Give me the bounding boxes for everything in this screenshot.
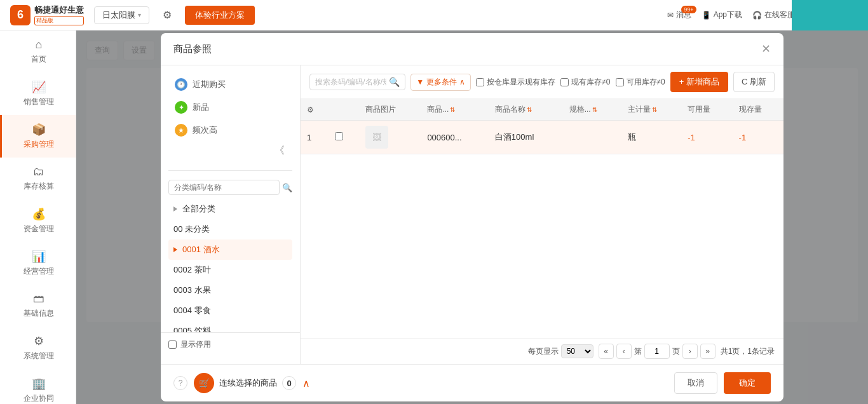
row-checkbox[interactable] [335, 132, 343, 140]
new-products[interactable]: ✦ 新品 [168, 96, 292, 119]
show-disabled-checkbox[interactable] [168, 340, 177, 349]
modal-footer: ? 🛒 连续选择的商品 0 ∧ 取消 确定 [161, 364, 783, 401]
sidebar-item-basic[interactable]: 🗃 基础信息 [0, 285, 76, 327]
modal-right-panel: 🔍 ▼ 更多条件 ∧ 按仓库显示现有库存 [301, 65, 783, 364]
search-icon[interactable]: 🔍 [389, 77, 400, 87]
expand-icon-0001 [173, 247, 177, 252]
col-settings[interactable]: ⚙ [301, 99, 329, 121]
cart-area: 🛒 连续选择的商品 0 [194, 373, 296, 393]
sidebar-item-sales[interactable]: 📈 销售管理 [0, 72, 76, 115]
quick-nav: 🕐 近期购买 ✦ 新品 ★ 频次高 [161, 73, 300, 142]
sidebar-item-finance[interactable]: 💰 资金管理 [0, 199, 76, 242]
logo-text: 畅捷通好生意 精品版 [34, 4, 84, 25]
modal-header: 商品参照 ✕ [161, 33, 783, 65]
logo: 6 畅捷通好生意 精品版 [10, 4, 86, 25]
sidebar-label-inventory: 库存核算 [24, 181, 54, 192]
inventory-icon: 🗂 [33, 165, 44, 178]
cart-icon[interactable]: 🛒 [194, 373, 214, 393]
cell-name: 白酒100ml [489, 121, 563, 154]
sidebar-label-home: 首页 [31, 54, 46, 65]
enterprise-icon: 🏢 [32, 377, 46, 391]
teal-bar [792, 0, 868, 30]
gear-icon[interactable]: ⚙ [157, 5, 177, 25]
more-filter-button[interactable]: ▼ 更多条件 ∧ [410, 74, 471, 91]
nonzero-stock-filter[interactable]: 现有库存≠0 [560, 77, 610, 88]
page-navigation: « ‹ 第 页 › » [599, 344, 715, 359]
cancel-button[interactable]: 取消 [674, 372, 717, 394]
filter-up-arrow-icon: ∧ [459, 77, 465, 86]
col-code[interactable]: 商品... [421, 99, 488, 121]
modal-left-panel: 🕐 近期购买 ✦ 新品 ★ 频次高 [161, 65, 301, 364]
notifications[interactable]: ✉ 消息 99+ [667, 10, 691, 20]
col-unit[interactable]: 主计量 [621, 99, 682, 121]
pagination: 每页显示 50 10 20 100 « ‹ [301, 338, 783, 364]
show-disabled-row: 显示停用 [161, 332, 300, 356]
main-layout: ⌂ 首页 📈 销售管理 📦 采购管理 🗂 库存核算 💰 资金管理 📊 经营管理 … [0, 30, 868, 404]
sidebar-item-inventory[interactable]: 🗂 库存核算 [0, 158, 76, 199]
cat-item-0005[interactable]: 0005 饮料 [168, 321, 292, 332]
category-list: 全部分类 00 未分类 0001 酒水 0002 茶叶 [161, 199, 300, 332]
help-icon[interactable]: ? [173, 376, 187, 390]
category-search-input[interactable] [168, 180, 280, 195]
cat-item-00[interactable]: 00 未分类 [168, 219, 292, 239]
collapse-left-icon[interactable]: 《 [275, 144, 285, 158]
cell-img: 🖼 [359, 121, 421, 154]
basic-icon: 🗃 [33, 292, 44, 306]
prev-page-button[interactable]: ‹ [616, 344, 632, 359]
product-reference-modal: 商品参照 ✕ 🕐 近期购买 ✦ 新 [161, 33, 783, 401]
warehouse-stock-filter[interactable]: 按仓库显示现有库存 [476, 77, 555, 88]
available-stock-filter[interactable]: 可用库存≠0 [616, 77, 665, 88]
download-icon: 📱 [702, 11, 711, 20]
recent-purchases[interactable]: 🕐 近期购买 [168, 73, 292, 96]
category-search-icon[interactable]: 🔍 [282, 183, 292, 192]
page-size-select[interactable]: 50 10 20 100 [561, 344, 593, 358]
app-download[interactable]: 📱 App下载 [702, 10, 742, 20]
product-search-input[interactable] [315, 77, 386, 86]
sidebar-item-enterprise[interactable]: 🏢 企业协同 [0, 369, 76, 404]
available-stock-checkbox[interactable] [616, 78, 624, 86]
toolbar-right: + 新增商品 C 刷新 [670, 72, 775, 92]
cat-item-0003[interactable]: 0003 水果 [168, 280, 292, 300]
product-table: ⚙ 商品图片 商品... 商品名称 规格... 主计量 可用量 现存量 [301, 99, 783, 154]
nonzero-stock-checkbox[interactable] [560, 78, 569, 86]
chevron-down-icon: ▾ [138, 11, 141, 18]
system-icon: ⚙ [34, 334, 44, 348]
last-page-button[interactable]: » [700, 344, 715, 359]
sidebar-label-sales: 销售管理 [24, 97, 54, 107]
high-frequency[interactable]: ★ 频次高 [168, 119, 292, 142]
sidebar-label-purchase: 采购管理 [24, 139, 54, 150]
refresh-button[interactable]: C 刷新 [733, 72, 775, 92]
col-name[interactable]: 商品名称 [489, 99, 563, 121]
sidebar-item-purchase[interactable]: 📦 采购管理 [0, 115, 76, 158]
add-product-button[interactable]: + 新增商品 [670, 72, 728, 92]
sidebar-item-operation[interactable]: 📊 经营管理 [0, 242, 76, 285]
new-icon: ✦ [175, 101, 187, 114]
collapse-arrow-icon[interactable]: ∧ [302, 377, 310, 389]
online-service[interactable]: 🎧 在线客服 [752, 10, 795, 20]
cat-item-0004[interactable]: 0004 零食 [168, 300, 292, 321]
finance-icon: 💰 [32, 207, 46, 221]
page-number-input[interactable] [644, 344, 670, 359]
cell-unit: 瓶 [621, 121, 682, 154]
cat-item-0002[interactable]: 0002 茶叶 [168, 260, 292, 280]
cat-item-all[interactable]: 全部分类 [168, 199, 292, 219]
col-spec[interactable]: 规格... [563, 99, 621, 121]
close-icon[interactable]: ✕ [761, 42, 771, 56]
sidebar-item-system[interactable]: ⚙ 系统管理 [0, 327, 76, 369]
footer-buttons: 取消 确定 [674, 372, 771, 394]
cell-spec [563, 121, 621, 154]
col-stock: 现存量 [733, 99, 783, 121]
first-page-button[interactable]: « [599, 344, 614, 359]
table-row[interactable]: 1 🖼 000600... 白酒100ml 瓶 [301, 121, 783, 154]
sidebar: ⌂ 首页 📈 销售管理 📦 采购管理 🗂 库存核算 💰 资金管理 📊 经营管理 … [0, 30, 76, 404]
warehouse-stock-checkbox[interactable] [476, 78, 484, 86]
confirm-button[interactable]: 确定 [724, 372, 771, 394]
experience-button[interactable]: 体验行业方案 [185, 6, 255, 25]
cell-check[interactable] [329, 121, 358, 154]
nav-selector[interactable]: 日太阳膜 ▾ [94, 6, 149, 24]
next-page-button[interactable]: › [682, 344, 698, 359]
category-search: 🔍 [161, 176, 300, 199]
cat-item-0001[interactable]: 0001 酒水 [168, 239, 292, 260]
headset-icon: 🎧 [752, 11, 762, 20]
sidebar-item-home[interactable]: ⌂ 首页 [0, 30, 76, 72]
